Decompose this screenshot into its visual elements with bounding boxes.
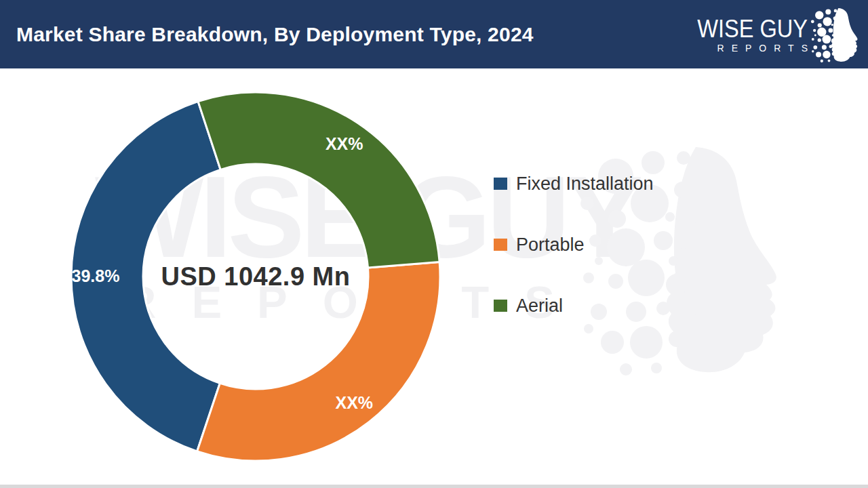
legend-label-portable: Portable (516, 235, 585, 256)
legend-swatch-aerial (494, 300, 507, 312)
segment-label-fixed-installation: 39.8% (72, 266, 120, 286)
page-title: Market Share Breakdown, By Deployment Ty… (16, 23, 534, 46)
legend-label-aerial: Aerial (516, 296, 563, 317)
segment-aerial (198, 92, 439, 268)
brand-subname: REPORTS (717, 43, 815, 53)
legend: Fixed Installation Portable Aerial (494, 174, 654, 357)
legend-item-portable: Portable (494, 235, 654, 255)
segment-label-portable: XX% (335, 392, 373, 412)
header-bar: Market Share Breakdown, By Deployment Ty… (0, 0, 868, 68)
brand-logo-text: WISE GUY REPORTS (682, 16, 808, 53)
brand-logo: WISE GUY REPORTS (682, 5, 861, 64)
legend-label-fixed-installation: Fixed Installation (516, 174, 654, 195)
brand-name: WISE GUY (697, 16, 808, 41)
segment-label-aerial: XX% (326, 134, 363, 153)
legend-swatch-portable (494, 239, 507, 251)
donut-center-value: USD 1042.9 Mn (161, 262, 351, 291)
legend-item-fixed-installation: Fixed Installation (494, 174, 654, 194)
segment-portable (197, 262, 440, 461)
legend-swatch-fixed-installation (494, 178, 507, 190)
legend-item-aerial: Aerial (494, 296, 654, 316)
footer-accent-bar (0, 485, 868, 488)
infographic: Market Share Breakdown, By Deployment Ty… (0, 0, 868, 488)
head-profile-icon (810, 6, 861, 64)
